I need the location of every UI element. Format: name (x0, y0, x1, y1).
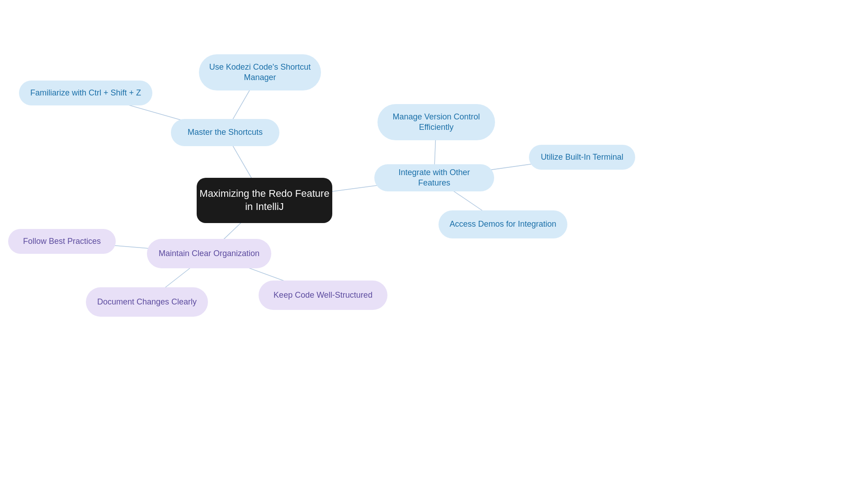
center-node[interactable]: Maximizing the Redo Feature in IntelliJ (197, 178, 332, 223)
maintain-org-node[interactable]: Maintain Clear Organization (147, 239, 271, 268)
integrate-features-node[interactable]: Integrate with Other Features (374, 164, 494, 191)
familiarize-node[interactable]: Familiarize with Ctrl + Shift + Z (19, 81, 152, 105)
use-kodezi-node[interactable]: Use Kodezi Code's Shortcut Manager (199, 54, 321, 90)
keep-code-node[interactable]: Keep Code Well-Structured (259, 281, 387, 310)
familiarize-label: Familiarize with Ctrl + Shift + Z (30, 88, 141, 98)
master-shortcuts-node[interactable]: Master the Shortcuts (171, 119, 279, 146)
integrate-features-label: Integrate with Other Features (383, 167, 485, 189)
use-kodezi-label: Use Kodezi Code's Shortcut Manager (208, 62, 312, 83)
access-demos-node[interactable]: Access Demos for Integration (439, 210, 567, 238)
manage-version-label: Manage Version Control Efficiently (387, 112, 486, 133)
utilize-terminal-label: Utilize Built-In Terminal (541, 152, 623, 162)
access-demos-label: Access Demos for Integration (449, 219, 556, 229)
master-shortcuts-label: Master the Shortcuts (188, 127, 263, 138)
manage-version-node[interactable]: Manage Version Control Efficiently (377, 104, 495, 140)
maintain-org-label: Maintain Clear Organization (159, 248, 259, 259)
follow-best-label: Follow Best Practices (23, 236, 101, 247)
document-changes-label: Document Changes Clearly (97, 297, 197, 307)
follow-best-node[interactable]: Follow Best Practices (8, 229, 116, 254)
center-label: Maximizing the Redo Feature in IntelliJ (197, 187, 332, 213)
document-changes-node[interactable]: Document Changes Clearly (86, 287, 208, 317)
utilize-terminal-node[interactable]: Utilize Built-In Terminal (529, 145, 635, 170)
keep-code-label: Keep Code Well-Structured (274, 290, 373, 300)
